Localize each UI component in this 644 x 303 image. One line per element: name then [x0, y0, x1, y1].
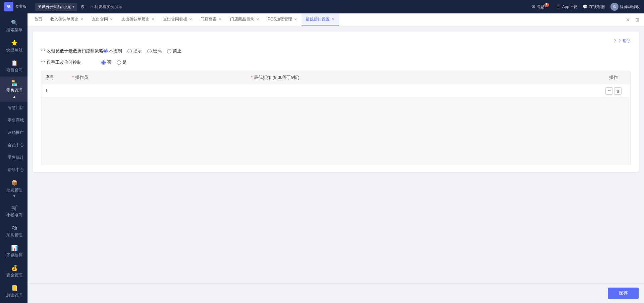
- online-service-button[interactable]: 💬 在线客服: [583, 4, 605, 10]
- tab-home[interactable]: 首页: [30, 14, 46, 26]
- sidebar-item-smart-store-label: 智慧门店: [8, 105, 24, 111]
- sidebar-item-help[interactable]: 帮助中心: [0, 164, 28, 176]
- sidebar-item-retail-label: 零售管理: [6, 88, 22, 93]
- ecommerce-icon: 🛒: [11, 205, 18, 211]
- cashier-policy-label-text: * 收银员低于最低折扣控制策略: [44, 48, 104, 53]
- sidebar-item-finance-label: 资金管理: [6, 272, 22, 278]
- tab-store-product-catalog-close[interactable]: ✕: [256, 17, 260, 21]
- tab-min-discount-setting[interactable]: 最低折扣设置 ✕: [302, 14, 339, 26]
- tab-pos-password-close[interactable]: ✕: [293, 17, 298, 21]
- app-download-label: App下载: [562, 4, 577, 10]
- td-operator-1: [68, 88, 247, 94]
- inventory-icon: 📊: [11, 245, 18, 251]
- settings-icon[interactable]: ⚙: [80, 4, 85, 9]
- tab-store-file-close[interactable]: ✕: [218, 17, 222, 21]
- sidebar-item-marketing[interactable]: 营销推广: [0, 127, 28, 139]
- message-icon: ✉: [532, 4, 535, 9]
- delete-row-button[interactable]: 🗑: [614, 87, 622, 95]
- tab-income-confirm-history-close[interactable]: ✕: [80, 17, 84, 21]
- sidebar-item-quick-nav-label: 快捷导航: [6, 47, 22, 53]
- tab-store-file[interactable]: 门店档案 ✕: [197, 14, 226, 26]
- project-selector[interactable]: 测试分开流程-小兄 ▾: [35, 3, 77, 11]
- sidebar-item-inventory[interactable]: 📊 库存核算: [0, 241, 28, 261]
- radio-no-control[interactable]: 不控制: [103, 48, 122, 54]
- sidebar-item-smart-store[interactable]: 智慧门店: [0, 102, 28, 114]
- logo-area: 畅 专业版: [4, 2, 32, 11]
- settings-card: ？ ？ 帮助 * * 收银员低于最低折扣控制策略 不控制: [33, 32, 639, 172]
- sidebar-item-invoice[interactable]: 🧾 发票管理: [0, 302, 28, 303]
- sidebar-item-ecommerce-label: 小畅电商: [6, 212, 22, 218]
- radio-forbidden[interactable]: 禁止: [167, 48, 181, 54]
- finance-icon: 💰: [11, 265, 18, 271]
- table-row: 1 ✏ 🗑: [41, 84, 630, 98]
- page-footer: 保存: [28, 283, 644, 303]
- save-button[interactable]: 保存: [608, 288, 639, 299]
- tab-income-confirm-history[interactable]: 收入确认单历史 ✕: [46, 14, 88, 26]
- manual-price-row: * * 仅手工改价时控制 否 是: [41, 59, 631, 65]
- tab-payment-contract-board-close[interactable]: ✕: [189, 17, 193, 21]
- tab-payment-confirm-history[interactable]: 支出确认单历史 ✕: [117, 14, 159, 26]
- radio-no[interactable]: 否: [101, 59, 111, 65]
- tab-payment-confirm-history-label: 支出确认单历史: [121, 16, 150, 22]
- tab-home-label: 首页: [34, 16, 42, 22]
- tab-payment-contract-board[interactable]: 支出合同看板 ✕: [159, 14, 197, 26]
- tab-payment-confirm-history-close[interactable]: ✕: [151, 17, 155, 21]
- radio-no-label: 否: [107, 59, 111, 65]
- sidebar-item-help-label: 帮助中心: [8, 167, 24, 173]
- cashier-policy-radio-group: 不控制 提示 密码 禁止: [103, 48, 181, 54]
- tab-store-product-catalog[interactable]: 门店商品目录 ✕: [226, 14, 264, 26]
- radio-password[interactable]: 密码: [147, 48, 162, 54]
- download-icon: 📱: [556, 4, 561, 9]
- close-tab-btn[interactable]: ✕: [624, 16, 632, 23]
- messages-badge: 8: [544, 3, 549, 7]
- manual-price-label: * * 仅手工改价时控制: [41, 59, 101, 65]
- sidebar-item-ecommerce[interactable]: 🛒 小畅电商: [0, 201, 28, 221]
- sidebar-item-search-label: 搜索菜单: [6, 27, 22, 33]
- cashier-policy-label: * * 收银员低于最低折扣控制策略: [41, 48, 103, 54]
- sidebar-item-quick-nav[interactable]: ⭐ 快捷导航: [0, 36, 28, 56]
- sidebar-item-retail-mall[interactable]: 零售商城: [0, 114, 28, 127]
- table-empty-area: [41, 98, 630, 165]
- user-profile[interactable]: 徐 徐泽华修改: [610, 3, 640, 11]
- tab-payment-contract-board-label: 支出合同看板: [163, 16, 187, 22]
- td-discount-1: [247, 88, 597, 94]
- th-discount: * 最低折扣 (9.00等于9折): [247, 71, 597, 84]
- messages-button[interactable]: ✉ 消息 8: [532, 4, 550, 10]
- demo-link-text: 我要看实例演示: [94, 4, 122, 10]
- app-download-button[interactable]: 📱 App下载: [556, 4, 577, 10]
- td-seq-1: 1: [41, 86, 68, 96]
- sidebar-item-retail[interactable]: 🏪 零售管理 ▲: [0, 77, 28, 102]
- tab-payment-contract-label: 支出合同: [92, 16, 108, 22]
- tab-min-discount-setting-close[interactable]: ✕: [331, 17, 335, 21]
- tab-pos-password[interactable]: POS加密管理 ✕: [264, 14, 302, 26]
- sidebar-item-purchase[interactable]: 🛍 采购管理: [0, 221, 28, 241]
- demo-link[interactable]: 我要看实例演示: [90, 4, 122, 10]
- chevron-down-icon: ▾: [72, 4, 74, 9]
- edit-row-button[interactable]: ✏: [605, 87, 613, 95]
- star-icon: ⭐: [11, 40, 18, 46]
- sidebar-item-retail-stats[interactable]: 零售统计: [0, 151, 28, 164]
- service-icon: 💬: [583, 4, 588, 9]
- th-seq: 序号: [41, 71, 68, 84]
- tab-payment-contract-close[interactable]: ✕: [109, 17, 113, 21]
- maximize-tab-btn[interactable]: ⊞: [633, 16, 641, 23]
- help-link[interactable]: ？ ？ 帮助: [613, 38, 631, 44]
- top-bar-right: ✉ 消息 8 📱 App下载 💬 在线客服 徐 徐泽华修改: [532, 3, 640, 11]
- tab-payment-contract[interactable]: 支出合同 ✕: [88, 14, 117, 26]
- search-icon: 🔍: [11, 19, 18, 26]
- tab-bar: 首页 收入确认单历史 ✕ 支出合同 ✕ 支出确认单历史 ✕ 支出合同看板 ✕ 门…: [28, 13, 644, 26]
- sidebar-item-project-contract[interactable]: 📋 项目合同: [0, 56, 28, 77]
- tab-store-file-label: 门店档案: [201, 16, 217, 22]
- manual-price-radio-group: 否 是: [101, 59, 127, 65]
- retail-icon: 🏪: [11, 80, 18, 86]
- sidebar-item-finance[interactable]: 💰 资金管理: [0, 261, 28, 282]
- radio-prompt[interactable]: 提示: [127, 48, 142, 54]
- sidebar-item-project-contract-label: 项目合同: [6, 67, 22, 73]
- sidebar-item-accounting[interactable]: 📒 总账管理: [0, 282, 28, 302]
- radio-yes[interactable]: 是: [117, 59, 127, 65]
- sidebar: 🔍 搜索菜单 ⭐ 快捷导航 📋 项目合同 🏪 零售管理 ▲ 智慧门店 零售商城 …: [0, 13, 28, 303]
- sidebar-item-member[interactable]: 会员中心: [0, 139, 28, 151]
- sidebar-item-wholesale[interactable]: 📦 批发管理 ▼: [0, 176, 28, 201]
- sidebar-item-search[interactable]: 🔍 搜索菜单: [0, 16, 28, 36]
- logo-icon: 畅: [4, 2, 13, 11]
